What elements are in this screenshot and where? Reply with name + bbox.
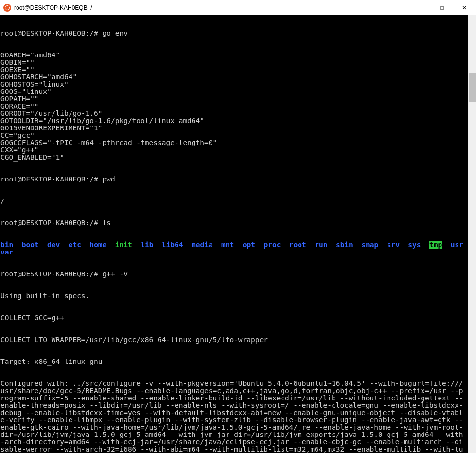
goenv-line: GOARCH="amd64" <box>0 52 467 59</box>
goenv-line: GOPATH="" <box>0 95 467 103</box>
maximize-button[interactable]: □ <box>431 0 453 15</box>
vertical-scrollbar[interactable] <box>468 15 476 453</box>
close-button[interactable]: ✕ <box>453 0 476 15</box>
goenv-line: CC="gcc" <box>0 132 467 139</box>
ls-entry-proc: proc <box>264 241 281 249</box>
ls-entry-sys: sys <box>408 241 421 249</box>
goenv-line: GOHOSTOS="linux" <box>0 81 467 88</box>
goenv-line: GOBIN="" <box>0 59 467 66</box>
ls-entry-lib64: lib64 <box>162 241 183 249</box>
ls-entry-dev: dev <box>47 241 60 249</box>
goenv-line: GOHOSTARCH="amd64" <box>0 73 467 81</box>
terminal-body[interactable]: root@DESKTOP-KAH0EQB:/# go env GOARCH="a… <box>0 15 476 453</box>
ubuntu-icon <box>3 4 11 12</box>
cmd-goenv: go env <box>103 29 128 37</box>
ls-entry-bin: bin <box>0 241 13 249</box>
ls-entry-lib: lib <box>141 241 153 249</box>
terminal-window: root@DESKTOP-KAH0EQB: / — □ ✕ root@DESKT… <box>0 0 476 453</box>
cmd-gpp: g++ -v <box>103 270 128 278</box>
ls-entry-home: home <box>89 241 106 249</box>
ls-entry-etc: etc <box>69 241 81 249</box>
goenv-line: GOEXE="" <box>0 66 467 73</box>
goenv-line: GO15VENDOREXPERIMENT="1" <box>0 125 467 132</box>
ls-entry-sbin: sbin <box>336 241 353 249</box>
gpp-lto: COLLECT_LTO_WRAPPER=/usr/lib/gcc/x86_64-… <box>0 336 467 344</box>
ls-entry-tmp: tmp <box>429 241 442 249</box>
ls-entry-boot: boot <box>22 241 39 249</box>
cmd-ls: ls <box>103 219 111 227</box>
ls-entry-srv: srv <box>387 241 400 249</box>
gpp-specs: Using built-in specs. <box>0 292 467 300</box>
goenv-line: GOTOOLDIR="/usr/lib/go-1.6/pkg/tool/linu… <box>0 117 467 125</box>
gpp-collect: COLLECT_GCC=g++ <box>0 314 467 322</box>
cmd-pwd: pwd <box>103 175 115 183</box>
goenv-line: GOROOT="/usr/lib/go-1.6" <box>0 110 467 117</box>
window-title: root@DESKTOP-KAH0EQB: / <box>14 4 408 11</box>
prompt: root@DESKTOP-KAH0EQB:/# <box>0 270 98 278</box>
titlebar[interactable]: root@DESKTOP-KAH0EQB: / — □ ✕ <box>0 0 476 15</box>
ls-entry-snap: snap <box>361 241 378 249</box>
ls-entry-init: init <box>115 241 132 249</box>
ls-entry-var: var <box>0 248 13 256</box>
ls-output: bin boot dev etc home init lib lib64 med… <box>0 241 467 256</box>
prompt: root@DESKTOP-KAH0EQB:/# <box>0 219 98 227</box>
ls-entry-usr: usr <box>451 241 463 249</box>
prompt: root@DESKTOP-KAH0EQB:/# <box>0 29 98 37</box>
prompt: root@DESKTOP-KAH0EQB:/# <box>0 175 98 183</box>
gpp-configured: Configured with: ../src/configure -v --w… <box>0 380 467 453</box>
ls-entry-media: media <box>192 241 213 249</box>
ls-entry-run: run <box>315 241 327 249</box>
goenv-line: CXX="g++" <box>0 146 467 154</box>
goenv-line: GOGCCFLAGS="-fPIC -m64 -pthread -fmessag… <box>0 139 467 146</box>
minimize-button[interactable]: — <box>408 0 431 15</box>
gpp-target: Target: x86_64-linux-gnu <box>0 358 467 365</box>
goenv-line: CGO_ENABLED="1" <box>0 154 467 161</box>
ls-entry-root: root <box>289 241 306 249</box>
goenv-line: GORACE="" <box>0 103 467 110</box>
ls-entry-opt: opt <box>243 241 255 249</box>
ls-entry-mnt: mnt <box>221 241 234 249</box>
goenv-line: GOOS="linux" <box>0 88 467 95</box>
pwd-output: / <box>0 198 467 205</box>
